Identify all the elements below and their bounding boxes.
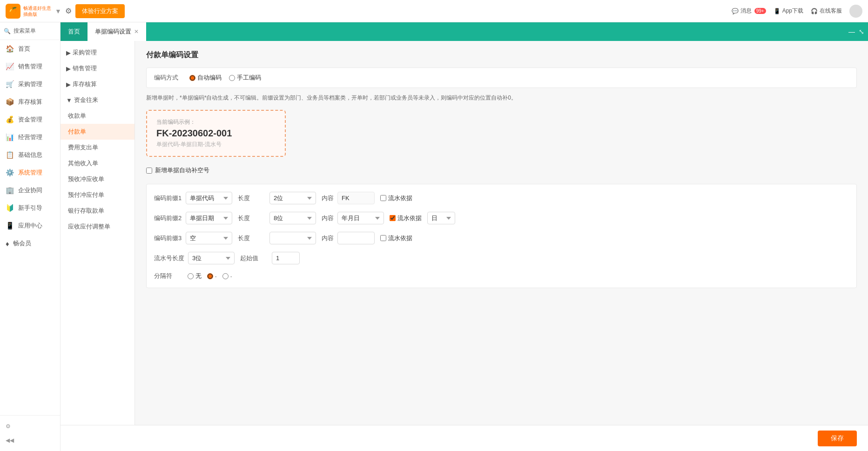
sidebar-item-basic[interactable]: 📋 基础信息 <box>0 146 60 164</box>
sep-dot-radio[interactable] <box>207 273 213 279</box>
sidebar-item-system[interactable]: ⚙️ 系统管理 <box>0 164 60 182</box>
settings-icon[interactable]: ⚙ <box>65 7 72 15</box>
serial-length-select[interactable]: 3位 <box>188 252 235 264</box>
nav-arrow-down[interactable]: ▼ <box>55 7 61 15</box>
sep-none-label[interactable]: 无 <box>188 272 202 280</box>
code-preview-box: 当前编码示例： FK-20230602-001 单据代码-单据日期-流水号 <box>146 110 286 157</box>
enterprise-icon: 🏢 <box>6 186 14 195</box>
tab-maximize-icon[interactable]: ⤡ <box>859 28 864 35</box>
length3-group: 长度 <box>238 232 316 244</box>
sub-menu-item-prepay-offset[interactable]: 预收冲应收单 <box>61 171 135 187</box>
sidebar-item-sales[interactable]: 📈 销售管理 <box>0 58 60 75</box>
liushui1-check[interactable] <box>380 195 386 201</box>
prefix3-select[interactable]: 空 <box>186 232 232 244</box>
sidebar-item-vip[interactable]: ♦ 畅会员 <box>0 235 60 252</box>
sub-menu-item-advance-offset[interactable]: 预付冲应付单 <box>61 187 135 203</box>
content1-input <box>337 192 375 204</box>
manual-code-label[interactable]: 手工编码 <box>229 74 261 82</box>
liushui3-checkbox[interactable]: 流水依据 <box>380 234 412 242</box>
tab-home[interactable]: 首页 <box>61 22 87 41</box>
code-preview-value: FK-20230602-001 <box>156 128 276 139</box>
prefix2-group: 编码前缀2 单据日期 <box>154 212 232 224</box>
auto-code-label[interactable]: 自动编码 <box>189 74 222 82</box>
form-row-2: 编码前缀2 单据日期 长度 8位 内容 <box>154 212 849 224</box>
content3-group: 内容 <box>322 232 375 244</box>
sub-menu-fund-header[interactable]: ▼ 资金往来 <box>61 92 135 108</box>
start-value-input[interactable] <box>272 252 300 264</box>
bottom-bar: 保存 <box>61 425 868 451</box>
liushui2-checkbox[interactable]: 流水依据 <box>390 214 422 222</box>
sub-sidebar: ▶ 采购管理 ▶ 销售管理 ▶ 库存核算 <box>61 41 135 425</box>
sep-dot2-label[interactable]: · <box>222 273 232 280</box>
trial-btn[interactable]: 体验行业方案 <box>75 4 125 18</box>
separator-label: 分隔符 <box>154 272 182 280</box>
auto-fill-row: 新增单据自动补空号 <box>146 166 857 175</box>
length1-select[interactable]: 2位 <box>269 192 316 204</box>
sidebar-item-purchase[interactable]: 🛒 采购管理 <box>0 75 60 93</box>
sidebar-item-enterprise[interactable]: 🏢 企业协同 <box>0 182 60 199</box>
sidebar-item-apps[interactable]: 📱 应用中心 <box>0 217 60 235</box>
liushui3-check[interactable] <box>380 235 386 241</box>
prefix2-select[interactable]: 单据日期 <box>186 212 232 224</box>
liushui1-label: 流水依据 <box>388 194 412 202</box>
length3-select[interactable] <box>269 232 316 244</box>
sidebar-item-guide[interactable]: 🔰 新手引导 <box>0 199 60 217</box>
length2-label: 长度 <box>238 214 266 222</box>
sub-menu-sales-header[interactable]: ▶ 销售管理 <box>61 61 135 76</box>
purchase-icon: 🛒 <box>6 80 14 88</box>
info-text: 新增单据时，*单据编码*自动生成，不可编辑。前缀设置为部门、业务员等档案类，开单… <box>146 94 857 102</box>
sub-menu-purchase: ▶ 采购管理 <box>61 45 135 61</box>
service-btn[interactable]: 🎧 在线客服 <box>811 7 842 15</box>
prefix1-select[interactable]: 单据代码 <box>186 192 232 204</box>
content1-group: 内容 <box>322 192 375 204</box>
app-icon: 📱 <box>774 8 781 14</box>
sep-none-radio[interactable] <box>188 273 194 279</box>
finance-icon: 💰 <box>6 115 14 124</box>
sep-dot-label[interactable]: · <box>207 273 217 280</box>
sub-menu-item-expense[interactable]: 费用支出单 <box>61 140 135 155</box>
manual-code-radio[interactable] <box>229 75 235 81</box>
header-right: 💬 消息 99+ 📱 App下载 🎧 在线客服 <box>732 5 862 18</box>
user-avatar[interactable] <box>849 5 862 18</box>
content2-select[interactable]: 年月日 <box>337 212 384 224</box>
collapse-icon: ◀◀ <box>6 437 14 444</box>
sidebar-settings-btn[interactable]: ⚙ <box>0 419 60 433</box>
auto-fill-label: 新增单据自动补空号 <box>155 166 209 175</box>
sep-dot2-radio[interactable] <box>222 273 229 279</box>
sub-menu-item-payment[interactable]: 付款单 <box>61 124 135 140</box>
chevron-right-icon2: ▶ <box>66 65 71 72</box>
tab-close-icon[interactable]: ✕ <box>134 28 139 35</box>
day-select[interactable]: 日 <box>427 212 455 224</box>
liushui2-check[interactable] <box>390 215 396 221</box>
page-title: 付款单编码设置 <box>146 50 857 60</box>
save-button[interactable]: 保存 <box>818 431 857 446</box>
app-download-btn[interactable]: 📱 App下载 <box>774 7 803 15</box>
content3-input[interactable] <box>337 232 375 244</box>
sub-menu-item-adjust[interactable]: 应收应付调整单 <box>61 219 135 235</box>
sidebar-item-finance[interactable]: 💰 资金管理 <box>0 111 60 128</box>
sub-menu-item-other-income[interactable]: 其他收入单 <box>61 155 135 171</box>
sidebar-collapse-btn[interactable]: ◀◀ <box>0 433 60 447</box>
length2-select[interactable]: 8位 <box>269 212 316 224</box>
tab-minimize-icon[interactable]: — <box>848 28 855 35</box>
auto-fill-checkbox[interactable] <box>146 168 152 174</box>
tab-invoice-code[interactable]: 单据编码设置 ✕ <box>87 22 146 41</box>
sub-menu-item-receipt[interactable]: 收款单 <box>61 108 135 124</box>
sidebar-item-inventory[interactable]: 📦 库存核算 <box>0 93 60 111</box>
message-btn[interactable]: 💬 消息 99+ <box>732 7 766 15</box>
tab-bar: 首页 单据编码设置 ✕ — ⤡ <box>61 22 868 41</box>
sub-menu-item-bank[interactable]: 银行存取款单 <box>61 203 135 219</box>
sub-menu-purchase-header[interactable]: ▶ 采购管理 <box>61 45 135 61</box>
code-preview-desc: 单据代码-单据日期-流水号 <box>156 141 276 148</box>
sub-menu-sales: ▶ 销售管理 <box>61 61 135 76</box>
liushui1-checkbox[interactable]: 流水依据 <box>380 194 412 202</box>
sidebar-item-operation[interactable]: 📊 经营管理 <box>0 128 60 146</box>
sidebar-item-home[interactable]: 🏠 首页 <box>0 40 60 58</box>
sub-menu-inventory-header[interactable]: ▶ 库存核算 <box>61 76 135 92</box>
auto-code-radio[interactable] <box>189 75 195 81</box>
guide-icon: 🔰 <box>6 204 14 212</box>
sidebar-search[interactable]: 🔍 搜索菜单 <box>0 22 60 40</box>
system-icon: ⚙️ <box>6 168 14 177</box>
vip-icon: ♦ <box>6 240 9 248</box>
content2-group: 内容 年月日 <box>322 212 384 224</box>
